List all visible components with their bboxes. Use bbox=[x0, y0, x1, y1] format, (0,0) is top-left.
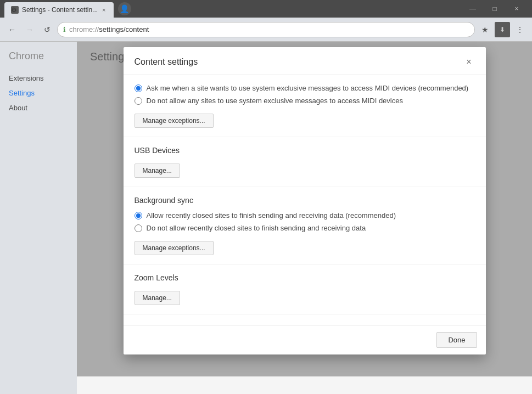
sync-radio-group: Allow recently closed sites to finish se… bbox=[135, 211, 475, 232]
midi-block-option[interactable]: Do not allow any sites to use system exc… bbox=[135, 97, 475, 105]
content-settings-dialog: Content settings × Ask me when a site wa… bbox=[124, 47, 486, 354]
background-sync-section: Background sync Allow recently closed si… bbox=[124, 187, 486, 264]
address-text: chrome://settings/content bbox=[69, 25, 469, 33]
sync-allow-option[interactable]: Allow recently closed sites to finish se… bbox=[135, 211, 475, 219]
midi-ask-option[interactable]: Ask me when a site wants to use system e… bbox=[135, 84, 475, 92]
midi-ask-label: Ask me when a site wants to use system e… bbox=[147, 84, 469, 92]
zoom-section-title: Zoom Levels bbox=[135, 273, 475, 282]
tab-favicon: ⚙ bbox=[11, 6, 19, 14]
sidebar-item-about[interactable]: About bbox=[0, 100, 77, 115]
usb-section: USB Devices Manage... bbox=[124, 137, 486, 187]
midi-ask-radio[interactable] bbox=[135, 85, 142, 92]
sync-block-label: Do not allow recently closed sites to fi… bbox=[147, 224, 366, 232]
window-controls: — □ × bbox=[462, 0, 528, 18]
tab-bar: ⚙ Settings - Content settin... × bbox=[4, 0, 114, 18]
pdf-section-title: PDF Documents bbox=[135, 323, 475, 325]
midi-block-radio[interactable] bbox=[135, 97, 142, 105]
settings-background: Settings Content settings × bbox=[77, 42, 532, 394]
usb-manage-button[interactable]: Manage... bbox=[135, 164, 180, 178]
modal-overlay: Content settings × Ask me when a site wa… bbox=[77, 42, 532, 394]
chrome-logo: Chrome bbox=[0, 50, 77, 71]
sidebar-item-extensions[interactable]: Extensions bbox=[0, 71, 77, 86]
nav-bar: ← → ↺ ℹ chrome://settings/content ★ ⬇ ⋮ bbox=[0, 18, 532, 42]
tab-close-button[interactable]: × bbox=[101, 5, 107, 14]
back-button[interactable]: ← bbox=[4, 22, 20, 37]
midi-radio-group: Ask me when a site wants to use system e… bbox=[135, 84, 475, 105]
usb-section-title: USB Devices bbox=[135, 146, 475, 155]
dialog-header: Content settings × bbox=[124, 47, 486, 75]
zoom-manage-button[interactable]: Manage... bbox=[135, 291, 180, 305]
bookmark-button[interactable]: ★ bbox=[477, 22, 492, 37]
reload-button[interactable]: ↺ bbox=[40, 22, 55, 37]
sync-block-radio[interactable] bbox=[135, 224, 142, 232]
dialog-close-button[interactable]: × bbox=[463, 56, 474, 68]
title-bar: ⚙ Settings - Content settin... × 👤 — □ × bbox=[0, 0, 532, 18]
more-button[interactable]: ⋮ bbox=[512, 22, 528, 37]
dialog-footer: Done bbox=[124, 325, 486, 354]
dialog-title: Content settings bbox=[135, 57, 198, 67]
midi-block-label: Do not allow any sites to use system exc… bbox=[147, 97, 403, 105]
background-sync-title: Background sync bbox=[135, 196, 475, 205]
done-button[interactable]: Done bbox=[436, 332, 477, 348]
pdf-section: PDF Documents Open PDF files in the defa… bbox=[124, 314, 486, 325]
main-area: Chrome Extensions Settings About Setting… bbox=[0, 42, 532, 394]
minimize-button[interactable]: — bbox=[462, 0, 484, 18]
secure-icon: ℹ bbox=[63, 26, 66, 33]
sidebar-item-settings[interactable]: Settings bbox=[0, 86, 77, 100]
midi-manage-exceptions-button[interactable]: Manage exceptions... bbox=[135, 114, 214, 128]
active-tab[interactable]: ⚙ Settings - Content settin... × bbox=[4, 2, 114, 18]
downloads-button[interactable]: ⬇ bbox=[495, 22, 510, 37]
sync-allow-label: Allow recently closed sites to finish se… bbox=[147, 211, 396, 219]
dialog-body[interactable]: Ask me when a site wants to use system e… bbox=[124, 75, 486, 325]
midi-section: Ask me when a site wants to use system e… bbox=[124, 75, 486, 137]
sync-manage-exceptions-button[interactable]: Manage exceptions... bbox=[135, 241, 214, 255]
tab-label: Settings - Content settin... bbox=[22, 6, 98, 14]
maximize-button[interactable]: □ bbox=[484, 0, 506, 18]
sync-block-option[interactable]: Do not allow recently closed sites to fi… bbox=[135, 224, 475, 232]
zoom-section: Zoom Levels Manage... bbox=[124, 264, 486, 314]
forward-button[interactable]: → bbox=[22, 22, 37, 37]
user-avatar[interactable]: 👤 bbox=[118, 2, 131, 15]
close-button[interactable]: × bbox=[506, 0, 528, 18]
address-bar[interactable]: ℹ chrome://settings/content bbox=[57, 22, 475, 37]
sidebar: Chrome Extensions Settings About bbox=[0, 42, 77, 394]
sync-allow-radio[interactable] bbox=[135, 212, 142, 219]
settings-bottom-bar bbox=[77, 376, 532, 394]
